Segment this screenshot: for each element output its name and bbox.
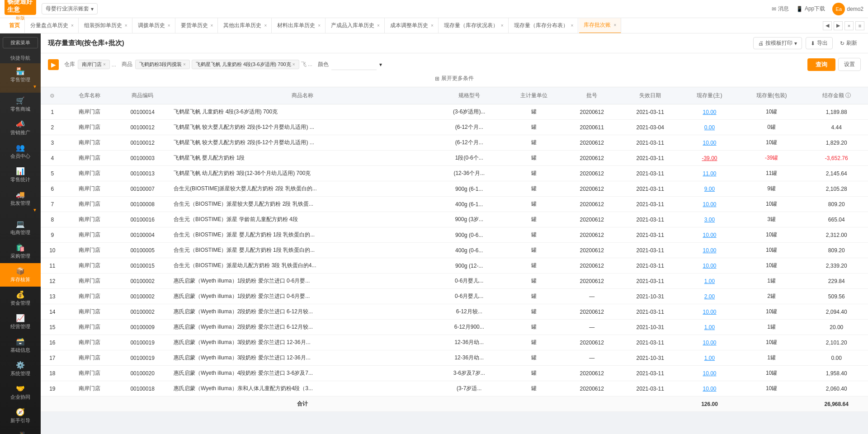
tab-menu-btn[interactable]: ≡ xyxy=(855,21,864,30)
td-stock-main[interactable]: 10.00 xyxy=(681,366,738,381)
quick-nav-label[interactable]: 快捷导航 xyxy=(0,52,41,63)
close-icon[interactable]: × xyxy=(125,23,127,28)
expand-more-btn[interactable]: ⊞ 展开更多条件 xyxy=(435,75,474,82)
tab-material-out[interactable]: 材料出库单历史 × xyxy=(273,18,326,33)
tab-batch-account[interactable]: 库存批次账 × xyxy=(579,18,621,33)
td-name: 合生元（BIOSTIME）派星 学龄前儿童配方奶粉 4段 xyxy=(170,212,434,227)
tab-requisition[interactable]: 要货单历史 × xyxy=(176,18,218,33)
workspace-selector[interactable]: 母婴行业演示账套 ▾ xyxy=(42,3,98,14)
search-menu-btn[interactable]: 搜索菜单 xyxy=(3,37,38,48)
tab-transfer[interactable]: 调拨单历史 × xyxy=(133,18,175,33)
td-stock-main[interactable]: 9.00 xyxy=(681,181,738,197)
filter-expand-btn[interactable]: ▶ xyxy=(48,59,59,70)
td-stock-main[interactable]: 2.00 xyxy=(681,289,738,304)
tab-stock-dist[interactable]: 现存量（库存分布表） × xyxy=(509,18,579,33)
sidebar-item-retail-shop[interactable]: 🛒 零售商城 xyxy=(0,93,41,116)
sidebar-item-finance[interactable]: 💰 资金管理 xyxy=(0,287,41,310)
refresh-btn[interactable]: ↻ 刷新 xyxy=(836,38,861,49)
messages-btn[interactable]: ✉ 消息 xyxy=(772,5,789,13)
close-icon[interactable]: × xyxy=(264,23,267,28)
close-icon[interactable]: × xyxy=(168,23,170,28)
sidebar-item-marketing[interactable]: 📣 营销推广 xyxy=(0,116,41,140)
close-icon[interactable]: × xyxy=(571,23,574,28)
close-icon[interactable]: × xyxy=(377,23,380,28)
td-stock-main[interactable]: 1.00 xyxy=(681,350,738,366)
sidebar-item-basic[interactable]: 🗃️ 基础信息 xyxy=(0,334,41,357)
td-stock-main[interactable]: 0.00 xyxy=(681,120,738,135)
warehouse-more[interactable]: ... xyxy=(112,61,116,68)
td-batch: — xyxy=(564,320,619,335)
td-stock-main[interactable]: 10.00 xyxy=(681,381,738,396)
search-btn[interactable]: 查询 xyxy=(807,58,835,71)
settings-btn[interactable]: 设置 xyxy=(838,58,861,71)
table-row: 1南岸门店00100014飞鹤星飞帆 儿童奶粉 4段(3-6岁适用) 700克(… xyxy=(41,104,868,120)
th-gear[interactable]: ⚙ xyxy=(41,87,64,104)
td-stock-main[interactable]: 10.00 xyxy=(681,135,738,151)
close-icon[interactable]: × xyxy=(431,23,434,28)
tab-production-in[interactable]: 产成品入库单历史 × xyxy=(326,18,385,33)
sidebar-item-guide[interactable]: 🧭 新手引导 xyxy=(0,404,41,428)
table-area[interactable]: ⚙ 仓库名称 商品编码 商品名称 规格型号 主计量单位 批号 失效日期 现存量(… xyxy=(41,87,868,434)
tab-other-out[interactable]: 其他出库单历史 × xyxy=(219,18,272,33)
td-stock-main[interactable]: 10.00 xyxy=(681,104,738,120)
close-icon[interactable]: × xyxy=(501,23,504,28)
sidebar-item-system[interactable]: ⚙️ 系统管理 xyxy=(0,357,41,381)
tab-cost-adjust[interactable]: 成本调整单历史 × xyxy=(386,18,439,33)
close-icon[interactable]: × xyxy=(318,23,321,28)
warehouse-filter: 仓库 南岸门店 × ... xyxy=(64,60,116,69)
sidebar-item-wholesale[interactable]: 🚚 批发管理 ▼ xyxy=(0,187,41,216)
td-stock-main[interactable]: -39.00 xyxy=(681,151,738,166)
close-icon[interactable]: × xyxy=(71,23,74,28)
sidebar-item-purchase[interactable]: 🛍️ 采购管理 xyxy=(0,240,41,263)
td-no: 3 xyxy=(41,135,64,151)
table-row: 6南岸门店00100007合生元(BIOSTIME)派星较大婴儿配方奶粉 2段 … xyxy=(41,181,868,197)
td-no: 1 xyxy=(41,104,64,120)
sidebar-item-operations[interactable]: 📈 经营管理 xyxy=(0,310,41,334)
tab-label: 现存量（库存状况表） xyxy=(444,22,498,29)
td-stock-main[interactable]: 1.00 xyxy=(681,274,738,289)
tab-close-all-btn[interactable]: × xyxy=(844,21,854,30)
print-btn[interactable]: 🖨 按模板打印 ▾ xyxy=(753,37,802,49)
sidebar-item-retail-stats[interactable]: 📊 零售统计 xyxy=(0,163,41,187)
sidebar-item-member[interactable]: 👥 会员中心 xyxy=(0,140,41,163)
td-warehouse: 南岸门店 xyxy=(64,335,115,350)
sidebar-item-retail[interactable]: 🏪 零售管理 ▼ xyxy=(0,63,41,93)
product-filter: 商品 飞鹤奶粉3段丙搅装 × 飞鹤星飞帆 儿童奶粉 4段(3-6岁适用) 700… xyxy=(122,60,312,69)
refresh-icon: ↻ xyxy=(840,40,844,47)
tab-prev-btn[interactable]: ◀ xyxy=(823,21,832,30)
td-spec: 12-36月幼... xyxy=(434,335,504,350)
td-stock-main[interactable]: 10.00 xyxy=(681,258,738,274)
td-stock-main[interactable]: 10.00 xyxy=(681,304,738,320)
close-icon[interactable]: × xyxy=(211,23,213,28)
product-more[interactable]: 飞 ... xyxy=(301,61,312,68)
tag-close-icon[interactable]: × xyxy=(292,62,295,67)
tab-next-btn[interactable]: ▶ xyxy=(834,21,843,30)
app-download-btn[interactable]: 📱 App下载 xyxy=(796,5,825,13)
filter-right-actions: 查询 设置 xyxy=(807,58,861,71)
export-btn[interactable]: ⬇ 导出 xyxy=(806,37,833,49)
close-icon[interactable]: × xyxy=(613,23,616,28)
tab-disassemble[interactable]: 组装拆卸单历史 × xyxy=(80,18,132,33)
sidebar-item-app-center[interactable]: 📲 应用中心 xyxy=(0,428,41,434)
td-batch: 20200612 xyxy=(564,304,619,320)
td-stock-main[interactable]: 10.00 xyxy=(681,335,738,350)
td-amount: 0.00 xyxy=(805,350,868,366)
tab-split-record[interactable]: 分量盘点单历史 × xyxy=(26,18,79,33)
tag-close-icon[interactable]: × xyxy=(103,62,106,67)
chevron-down-icon: ▾ xyxy=(91,6,94,12)
user-profile[interactable]: Ea demo2 xyxy=(832,3,863,15)
td-stock-main[interactable]: 10.00 xyxy=(681,197,738,212)
td-stock-main[interactable]: 11.00 xyxy=(681,166,738,181)
tag-close-icon[interactable]: × xyxy=(183,62,186,67)
sidebar-item-ecommerce[interactable]: 💻 电商管理 xyxy=(0,216,41,240)
sidebar-item-inventory[interactable]: 📦 库存核算 xyxy=(0,263,41,287)
td-code: 00100004 xyxy=(115,227,170,243)
td-stock-main[interactable]: 3.00 xyxy=(681,212,738,227)
tab-home[interactable]: 首页 xyxy=(5,18,25,33)
sidebar-item-enterprise[interactable]: 🤝 企业协同 xyxy=(0,381,41,404)
tab-stock-status[interactable]: 现存量（库存状况表） × xyxy=(439,18,509,33)
td-stock-main[interactable]: 10.00 xyxy=(681,227,738,243)
td-stock-main[interactable]: 1.00 xyxy=(681,320,738,335)
tab-label: 产成品入库单历史 xyxy=(331,22,374,29)
td-stock-main[interactable]: 10.00 xyxy=(681,243,738,258)
